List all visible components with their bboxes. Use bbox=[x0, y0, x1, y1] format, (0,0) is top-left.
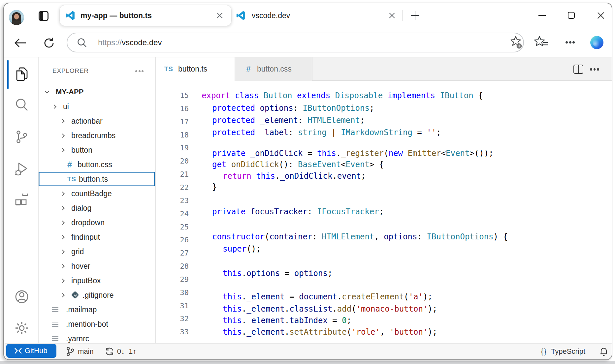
tree-item-inputbox[interactable]: inputBox bbox=[39, 273, 155, 288]
tree-item-dropdown[interactable]: dropdown bbox=[39, 215, 155, 230]
tree-item-label: MY-APP bbox=[56, 88, 83, 96]
search-icon[interactable] bbox=[14, 97, 29, 112]
remote-indicator[interactable]: GitHub bbox=[6, 344, 56, 358]
tree-item-label: .gitignore bbox=[82, 291, 114, 300]
language-mode[interactable]: TypeScript bbox=[551, 347, 585, 356]
add-favorite-icon[interactable] bbox=[509, 35, 524, 50]
tree-item-label: dropdown bbox=[71, 218, 105, 227]
url-scheme: https:// bbox=[98, 38, 122, 47]
desktop-strip bbox=[0, 361, 615, 364]
tree-item-label: findinput bbox=[71, 233, 100, 242]
url-host: vscode.dev bbox=[122, 38, 162, 47]
status-left: main 0↓ 1↑ bbox=[66, 343, 136, 360]
line-number: 27 bbox=[156, 247, 189, 260]
window-maximize-button[interactable] bbox=[568, 12, 575, 19]
line-number: 16 bbox=[156, 102, 189, 115]
code-line: protected _label: string | IMarkdownStri… bbox=[212, 126, 441, 139]
tree-item-label: button bbox=[71, 146, 92, 155]
browser-tab-inactive[interactable]: vscode.dev bbox=[236, 5, 401, 26]
file-tree: MY-APPuiactionbarbreadcrumbsbutton#butto… bbox=[39, 85, 155, 346]
active-indicator bbox=[7, 60, 9, 89]
tree-item-button.css[interactable]: #button.css bbox=[39, 157, 155, 172]
txt-file-icon bbox=[52, 336, 58, 341]
tree-item-dialog[interactable]: dialog bbox=[39, 201, 155, 215]
brackets-icon: {} bbox=[541, 347, 547, 356]
tree-item-label: button.ts bbox=[79, 175, 108, 184]
browser-menu-icon[interactable] bbox=[566, 41, 575, 44]
chevron-right-icon bbox=[60, 294, 65, 297]
tree-item-mailmap[interactable]: .mailmap bbox=[39, 302, 155, 317]
code-line: super(); bbox=[223, 242, 261, 256]
browser-tab-active[interactable]: my-app — button.ts bbox=[59, 5, 232, 26]
editor-tab-active[interactable]: TS button.ts bbox=[156, 57, 235, 81]
account-icon[interactable] bbox=[14, 289, 29, 304]
run-debug-icon[interactable] bbox=[14, 161, 29, 176]
sync-up-count[interactable]: 1↑ bbox=[129, 347, 136, 356]
favorites-icon[interactable] bbox=[534, 36, 548, 49]
tree-item-label: .mailmap bbox=[66, 305, 97, 314]
extensions-icon[interactable] bbox=[14, 194, 29, 209]
window-minimize-button[interactable] bbox=[538, 15, 546, 16]
status-right: {} TypeScript bbox=[541, 343, 608, 360]
tab-close-icon[interactable] bbox=[216, 12, 223, 19]
remote-label: GitHub bbox=[25, 347, 47, 355]
settings-gear-icon[interactable] bbox=[14, 320, 29, 336]
tree-item-label: .yarnrc bbox=[66, 334, 89, 343]
editor-more-actions-icon[interactable] bbox=[590, 68, 599, 71]
tab-close-icon[interactable] bbox=[389, 12, 395, 19]
line-number: 31 bbox=[156, 299, 189, 313]
profile-avatar[interactable] bbox=[9, 10, 24, 25]
explorer-header: EXPLORER bbox=[52, 67, 89, 75]
tree-item-button[interactable]: button bbox=[39, 143, 155, 157]
tab-divider bbox=[403, 10, 403, 21]
explorer-icon[interactable] bbox=[14, 67, 29, 82]
code-line: get onDidClick(): BaseEvent<Event> { bbox=[212, 158, 384, 171]
code-editor[interactable]: 15161718192021222324252627282930313233ex… bbox=[156, 81, 612, 343]
ts-file-icon: TS bbox=[164, 65, 174, 73]
chevron-right-icon bbox=[60, 149, 65, 152]
tab-search-icon[interactable] bbox=[39, 11, 49, 21]
url-text[interactable]: https://vscode.dev bbox=[98, 28, 162, 57]
explorer-actions-icon[interactable] bbox=[135, 70, 145, 73]
sync-icon[interactable] bbox=[105, 347, 114, 356]
tree-item-my-app[interactable]: MY-APP bbox=[39, 85, 155, 99]
line-number: 26 bbox=[156, 233, 189, 247]
tree-item-grid[interactable]: grid bbox=[39, 244, 155, 259]
line-number: 17 bbox=[156, 115, 189, 129]
tree-item-mention-bot[interactable]: .mention-bot bbox=[39, 317, 155, 331]
tree-item-hover[interactable]: hover bbox=[39, 259, 155, 273]
tree-item-button.ts[interactable]: TSbutton.ts bbox=[39, 172, 155, 186]
refresh-button[interactable] bbox=[43, 37, 55, 49]
window-close-button[interactable] bbox=[597, 12, 604, 19]
new-tab-button[interactable] bbox=[411, 11, 419, 20]
tree-item-countbadge[interactable]: countBadge bbox=[39, 186, 155, 201]
editor-tab-inactive[interactable]: # button.css bbox=[235, 57, 312, 81]
split-editor-icon[interactable] bbox=[573, 65, 583, 74]
branch-name[interactable]: main bbox=[78, 347, 94, 356]
tree-item-actionbar[interactable]: actionbar bbox=[39, 114, 155, 128]
copilot-icon[interactable] bbox=[590, 36, 603, 49]
line-number: 22 bbox=[156, 181, 189, 194]
tree-item-label: inputBox bbox=[71, 276, 101, 285]
branch-icon[interactable] bbox=[66, 347, 75, 356]
notifications-bell-icon[interactable] bbox=[599, 347, 608, 356]
tree-item-findinput[interactable]: findinput bbox=[39, 230, 155, 244]
chevron-right-icon bbox=[60, 221, 65, 224]
source-control-icon[interactable] bbox=[14, 129, 29, 144]
line-number: 20 bbox=[156, 155, 189, 168]
tree-item-gitignore[interactable]: .gitignore bbox=[39, 288, 155, 302]
sync-down-count[interactable]: 0↓ bbox=[117, 347, 125, 356]
tree-item-breadcrumbs[interactable]: breadcrumbs bbox=[39, 128, 155, 143]
chevron-right-icon bbox=[60, 236, 65, 239]
browser-tab-title: vscode.dev bbox=[252, 11, 290, 20]
tree-item-label: breadcrumbs bbox=[71, 131, 115, 140]
back-button[interactable] bbox=[14, 37, 27, 49]
line-number: 18 bbox=[156, 129, 189, 142]
line-number: 33 bbox=[156, 325, 189, 339]
code-line: private focusTracker: IFocusTracker; bbox=[212, 205, 384, 218]
line-number: 32 bbox=[156, 312, 189, 325]
code-line: protected _element: HTMLElement; bbox=[212, 114, 365, 127]
tree-item-ui[interactable]: ui bbox=[39, 99, 155, 114]
remote-icon bbox=[14, 348, 22, 354]
chevron-right-icon bbox=[60, 192, 65, 195]
